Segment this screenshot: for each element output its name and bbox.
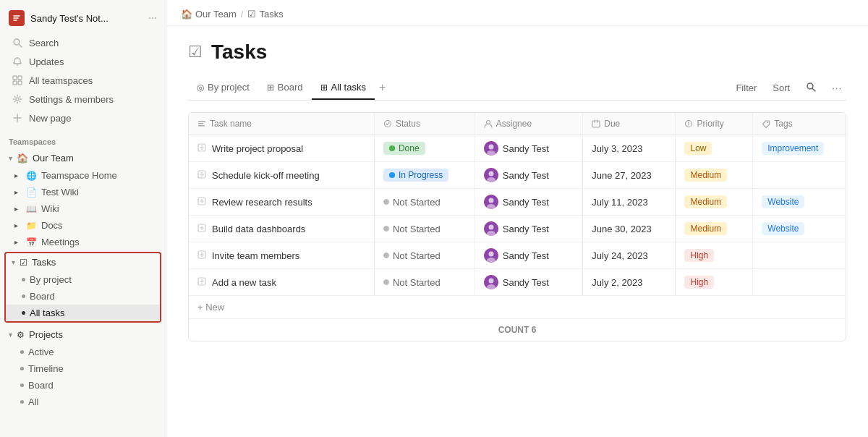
- sidebar-item-board[interactable]: Board: [6, 288, 160, 305]
- status-cell[interactable]: Done: [374, 135, 475, 162]
- breadcrumb-our-team[interactable]: 🏠 Our Team: [181, 9, 237, 20]
- priority-cell[interactable]: Medium: [676, 189, 753, 216]
- table-row[interactable]: Add a new taskNot StartedSandy TestJuly …: [189, 269, 846, 296]
- count-value: 6: [532, 325, 537, 335]
- due-date: June 27, 2023: [592, 170, 651, 181]
- breadcrumb-tasks-icon: ☑: [247, 9, 256, 20]
- chevron-icon: ▸: [14, 171, 22, 179]
- sidebar-item-by-project[interactable]: By project: [6, 271, 160, 288]
- status-col-icon: [383, 119, 392, 128]
- sidebar-item-projects[interactable]: ▾ ⚙ Projects: [0, 326, 166, 344]
- tags-cell[interactable]: Website: [753, 189, 846, 216]
- sidebar-item-all-tasks[interactable]: All tasks: [6, 305, 160, 321]
- table-row[interactable]: Write project proposalDoneSandy TestJuly…: [189, 135, 846, 162]
- sidebar-item-tasks[interactable]: ▾ ☑ Tasks: [6, 253, 160, 271]
- avatar: [484, 195, 498, 209]
- priority-cell[interactable]: Medium: [676, 162, 753, 189]
- svg-point-3: [17, 64, 18, 66]
- sidebar-item-all-teamspaces[interactable]: All teamspaces: [3, 71, 163, 90]
- tab-board[interactable]: ⊞ Board: [258, 76, 312, 100]
- sidebar-item-settings[interactable]: Settings & members: [3, 90, 163, 109]
- meetings-icon: 📅: [26, 237, 37, 247]
- breadcrumb-tasks[interactable]: ☑ Tasks: [247, 9, 283, 20]
- tags-cell[interactable]: Improvement: [753, 135, 846, 162]
- board-label: Board: [30, 291, 55, 302]
- task-name-text: Write project proposal: [212, 143, 303, 154]
- breadcrumb: 🏠 Our Team / ☑ Tasks: [166, 0, 868, 26]
- status-dot-icon: [383, 279, 389, 285]
- tab-all-tasks[interactable]: ⊞ All tasks: [312, 76, 375, 100]
- sidebar-item-meetings[interactable]: ▸ 📅 Meetings: [0, 234, 166, 250]
- dot-icon: [22, 278, 25, 281]
- new-task-button[interactable]: + New: [189, 295, 846, 318]
- assignee-cell[interactable]: Sandy Test: [475, 242, 583, 269]
- priority-cell[interactable]: High: [676, 269, 753, 296]
- assignee-cell[interactable]: Sandy Test: [475, 269, 583, 296]
- svg-point-11: [807, 83, 813, 89]
- workspace-header[interactable]: Sandy Test's Not... ⋯: [0, 6, 166, 30]
- sidebar-item-docs[interactable]: ▸ 📁 Docs: [0, 217, 166, 234]
- svg-line-2: [20, 45, 22, 48]
- assignee-name: Sandy Test: [503, 277, 549, 288]
- tab-board-label: Board: [278, 82, 303, 93]
- sidebar-item-updates[interactable]: Updates: [3, 52, 163, 71]
- status-cell[interactable]: Not Started: [374, 269, 475, 296]
- sidebar-item-wiki[interactable]: ▸ 📖 Wiki: [0, 200, 166, 217]
- sidebar-item-search[interactable]: Search: [3, 33, 163, 52]
- dot-icon: [20, 383, 24, 387]
- due-col-icon: [592, 119, 600, 128]
- table-row[interactable]: Schedule kick-off meetingIn ProgressSand…: [189, 162, 846, 189]
- tags-cell[interactable]: [753, 162, 846, 189]
- table-row[interactable]: Review research resultsNot StartedSandy …: [189, 189, 846, 216]
- search-label: Search: [29, 38, 59, 48]
- due-cell: June 30, 2023: [583, 216, 676, 242]
- assignee-cell[interactable]: Sandy Test: [475, 162, 583, 189]
- sort-button[interactable]: Sort: [768, 80, 794, 96]
- grid-icon: [12, 75, 23, 86]
- status-cell[interactable]: In Progress: [374, 162, 475, 189]
- assignee-cell[interactable]: Sandy Test: [475, 216, 583, 242]
- col-status-label: Status: [396, 119, 420, 129]
- status-dot-icon: [389, 145, 395, 151]
- search-button[interactable]: [801, 79, 820, 97]
- tab-add-button[interactable]: +: [375, 75, 390, 100]
- sidebar-item-our-team[interactable]: ▾ 🏠 Our Team: [0, 149, 166, 167]
- task-name-cell: Build data dashboards: [189, 216, 374, 242]
- priority-cell[interactable]: High: [676, 242, 753, 269]
- svg-rect-7: [18, 81, 22, 85]
- priority-cell[interactable]: Low: [676, 135, 753, 162]
- sidebar-item-teamspace-home[interactable]: ▸ 🌐 Teamspace Home: [0, 167, 166, 184]
- due-cell: June 27, 2023: [583, 162, 676, 189]
- more-button[interactable]: ···: [827, 80, 846, 96]
- priority-col-icon: [684, 119, 693, 128]
- status-cell[interactable]: Not Started: [374, 216, 475, 242]
- tasks-label: Tasks: [32, 257, 56, 268]
- tags-cell[interactable]: [753, 269, 846, 296]
- assignee-cell[interactable]: Sandy Test: [475, 189, 583, 216]
- table-row[interactable]: Build data dashboardsNot StartedSandy Te…: [189, 216, 846, 242]
- tags-cell[interactable]: Website: [753, 216, 846, 242]
- filter-button[interactable]: Filter: [731, 80, 761, 96]
- sidebar-item-all[interactable]: All: [0, 394, 166, 410]
- tab-by-project[interactable]: ◎ By project: [188, 76, 258, 100]
- workspace-icon: [9, 10, 25, 26]
- sidebar-item-new-page[interactable]: New page: [3, 109, 163, 127]
- status-cell[interactable]: Not Started: [374, 242, 475, 269]
- col-assignee: Assignee: [475, 113, 583, 135]
- sidebar-item-timeline[interactable]: Timeline: [0, 360, 166, 377]
- assignee-cell[interactable]: Sandy Test: [475, 135, 583, 162]
- sidebar-item-projects-board[interactable]: Board: [0, 377, 166, 394]
- task-name-cell: Write project proposal: [189, 135, 374, 162]
- home-icon: 🏠: [181, 9, 192, 20]
- sidebar-item-test-wiki[interactable]: ▸ 📄 Test Wiki: [0, 184, 166, 200]
- status-badge: Not Started: [383, 197, 441, 208]
- text-icon: [197, 119, 206, 128]
- tasks-checkbox-icon: ☑: [20, 258, 27, 268]
- table-row[interactable]: Invite team membersNot StartedSandy Test…: [189, 242, 846, 269]
- status-cell[interactable]: Not Started: [374, 189, 475, 216]
- svg-point-53: [488, 252, 493, 257]
- sidebar-item-active[interactable]: Active: [0, 344, 166, 360]
- tags-cell[interactable]: [753, 242, 846, 269]
- priority-cell[interactable]: Medium: [676, 216, 753, 242]
- our-team-label: Our Team: [33, 153, 74, 164]
